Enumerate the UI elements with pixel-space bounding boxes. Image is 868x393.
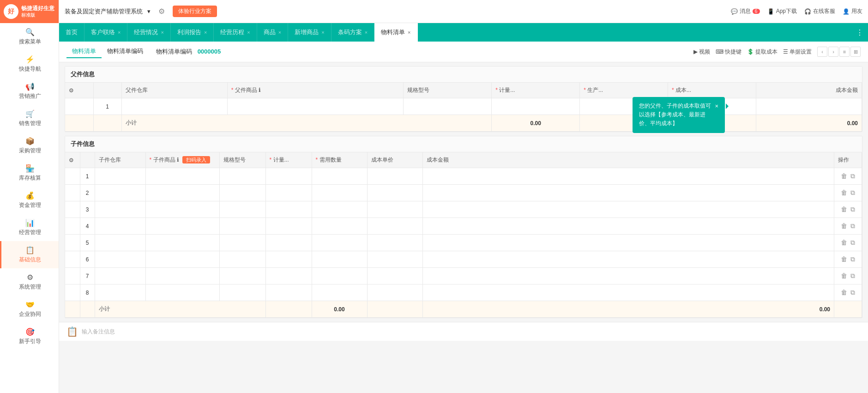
trial-button[interactable]: 体验行业方案 bbox=[173, 6, 217, 17]
system-dropdown[interactable]: ▾ bbox=[147, 8, 151, 15]
child-row-3-unit[interactable] bbox=[265, 201, 312, 218]
user-menu[interactable]: 👤 用友 bbox=[843, 7, 862, 15]
child-row-6-unit[interactable] bbox=[265, 251, 312, 268]
child-row-3-cost-amount[interactable] bbox=[422, 201, 834, 218]
single-settings-button[interactable]: ☰ 单据设置 bbox=[783, 48, 812, 56]
child-row-8-delete-icon[interactable]: 🗑 bbox=[841, 289, 847, 296]
child-row-7-quantity[interactable] bbox=[312, 268, 367, 284]
nav-tab-close-3[interactable]: × bbox=[204, 30, 207, 35]
child-row-2-warehouse[interactable] bbox=[95, 185, 145, 201]
child-row-7-copy-icon[interactable]: ⧉ bbox=[850, 272, 855, 279]
child-row-5-unit-price[interactable] bbox=[367, 235, 422, 251]
child-row-5-copy-icon[interactable]: ⧉ bbox=[850, 239, 855, 246]
child-row-3-warehouse[interactable] bbox=[95, 201, 145, 218]
child-row-7-spec[interactable] bbox=[219, 268, 265, 284]
child-row-4-copy-icon[interactable]: ⧉ bbox=[850, 222, 855, 230]
parent-row-1-unit[interactable] bbox=[492, 98, 580, 115]
nav-tab-close-1[interactable]: × bbox=[118, 30, 121, 35]
child-row-4-cost-amount[interactable] bbox=[422, 218, 834, 235]
nav-tab-0[interactable]: 首页 bbox=[59, 23, 84, 42]
nav-tab-6[interactable]: 新增商品× bbox=[288, 23, 331, 42]
child-row-7-unit[interactable] bbox=[265, 268, 312, 284]
nav-next-button[interactable]: › bbox=[828, 47, 838, 57]
child-row-4-product[interactable] bbox=[145, 218, 219, 235]
child-row-8-quantity[interactable] bbox=[312, 284, 367, 301]
child-row-2-copy-icon[interactable]: ⧉ bbox=[850, 189, 855, 196]
child-row-5-quantity[interactable] bbox=[312, 235, 367, 251]
child-row-4-unit-price[interactable] bbox=[367, 218, 422, 235]
sidebar-item-10[interactable]: 🤝企业协同 bbox=[0, 296, 59, 323]
nav-tab-1[interactable]: 客户联络× bbox=[84, 23, 127, 42]
child-row-7-cost-amount[interactable] bbox=[422, 268, 834, 284]
message-button[interactable]: 💬 消息 6 bbox=[731, 7, 760, 15]
child-row-3-quantity[interactable] bbox=[312, 201, 367, 218]
child-row-5-delete-icon[interactable]: 🗑 bbox=[841, 239, 847, 246]
nav-tab-close-6[interactable]: × bbox=[321, 30, 324, 35]
child-row-7-warehouse[interactable] bbox=[95, 268, 145, 284]
sidebar-item-0[interactable]: 🔍搜索菜单 bbox=[0, 23, 59, 50]
child-row-5-cost-amount[interactable] bbox=[422, 235, 834, 251]
shortcut-button[interactable]: ⌨ 快捷键 bbox=[716, 48, 741, 56]
child-row-3-spec[interactable] bbox=[219, 201, 265, 218]
child-row-7-unit-price[interactable] bbox=[367, 268, 422, 284]
child-row-6-spec[interactable] bbox=[219, 251, 265, 268]
nav-tab-3[interactable]: 利润报告× bbox=[171, 23, 214, 42]
sidebar-item-11[interactable]: 🎯新手引导 bbox=[0, 323, 59, 350]
parent-col-settings[interactable]: ⚙ bbox=[65, 83, 93, 98]
child-row-4-delete-icon[interactable]: 🗑 bbox=[841, 222, 847, 230]
child-row-8-unit[interactable] bbox=[265, 284, 312, 301]
cost-button[interactable]: 💲 提取成本 bbox=[747, 48, 778, 56]
child-row-8-product[interactable] bbox=[145, 284, 219, 301]
parent-row-1-product[interactable] bbox=[227, 98, 404, 115]
child-row-7-product[interactable] bbox=[145, 268, 219, 284]
child-row-2-unit-price[interactable] bbox=[367, 185, 422, 201]
child-row-4-spec[interactable] bbox=[219, 218, 265, 235]
child-row-6-warehouse[interactable] bbox=[95, 251, 145, 268]
parent-row-1-cost-amount[interactable] bbox=[756, 98, 862, 115]
nav-tab-8[interactable]: 物料清单× bbox=[374, 23, 417, 42]
nav-expand-button[interactable]: ⊞ bbox=[850, 47, 861, 57]
child-row-1-quantity[interactable] bbox=[312, 168, 367, 185]
child-row-1-delete-icon[interactable]: 🗑 bbox=[841, 172, 847, 180]
child-row-1-copy-icon[interactable]: ⧉ bbox=[850, 172, 855, 180]
child-row-2-quantity[interactable] bbox=[312, 185, 367, 201]
nav-tab-4[interactable]: 经营历程× bbox=[214, 23, 257, 42]
app-download-button[interactable]: 📱 App下载 bbox=[767, 7, 797, 15]
settings-icon[interactable]: ⚙ bbox=[155, 5, 168, 18]
child-row-2-delete-icon[interactable]: 🗑 bbox=[841, 189, 847, 196]
child-row-2-spec[interactable] bbox=[219, 185, 265, 201]
tooltip-close-button[interactable]: × bbox=[715, 102, 718, 111]
child-row-3-product[interactable] bbox=[145, 201, 219, 218]
child-row-8-cost-amount[interactable] bbox=[422, 284, 834, 301]
sidebar-item-2[interactable]: 📢营销推广 bbox=[0, 78, 59, 105]
sub-tab-bom-code[interactable]: 物料清单编码 bbox=[102, 45, 149, 58]
sidebar-item-9[interactable]: ⚙系统管理 bbox=[0, 268, 59, 296]
child-row-4-unit[interactable] bbox=[265, 218, 312, 235]
sidebar-item-3[interactable]: 🛒销售管理 bbox=[0, 105, 59, 132]
sidebar-item-7[interactable]: 📊经营管理 bbox=[0, 214, 59, 241]
parent-row-1-spec[interactable] bbox=[404, 98, 492, 115]
child-row-2-cost-amount[interactable] bbox=[422, 185, 834, 201]
child-row-3-unit-price[interactable] bbox=[367, 201, 422, 218]
child-col-settings[interactable]: ⚙ bbox=[65, 152, 80, 168]
child-row-6-copy-icon[interactable]: ⧉ bbox=[850, 255, 855, 263]
child-row-5-spec[interactable] bbox=[219, 235, 265, 251]
child-row-2-product[interactable] bbox=[145, 185, 219, 201]
child-row-1-product[interactable] bbox=[145, 168, 219, 185]
sidebar-item-8[interactable]: 📋基础信息 bbox=[0, 241, 59, 268]
nav-tab-close-7[interactable]: × bbox=[365, 30, 368, 35]
parent-row-1-warehouse[interactable] bbox=[121, 98, 227, 115]
child-row-7-delete-icon[interactable]: 🗑 bbox=[841, 272, 847, 279]
sidebar-item-6[interactable]: 💰资金管理 bbox=[0, 187, 59, 214]
child-row-3-copy-icon[interactable]: ⧉ bbox=[850, 206, 855, 213]
child-row-5-warehouse[interactable] bbox=[95, 235, 145, 251]
child-row-1-spec[interactable] bbox=[219, 168, 265, 185]
online-service-button[interactable]: 🎧 在线客服 bbox=[804, 7, 835, 15]
sidebar-item-5[interactable]: 🏪库存核算 bbox=[0, 159, 59, 187]
nav-tab-5[interactable]: 商品× bbox=[257, 23, 288, 42]
nav-prev-button[interactable]: ‹ bbox=[817, 47, 827, 57]
video-button[interactable]: ▶ 视频 bbox=[693, 48, 710, 56]
nav-tab-close-5[interactable]: × bbox=[278, 30, 281, 35]
child-row-6-quantity[interactable] bbox=[312, 251, 367, 268]
child-row-8-unit-price[interactable] bbox=[367, 284, 422, 301]
